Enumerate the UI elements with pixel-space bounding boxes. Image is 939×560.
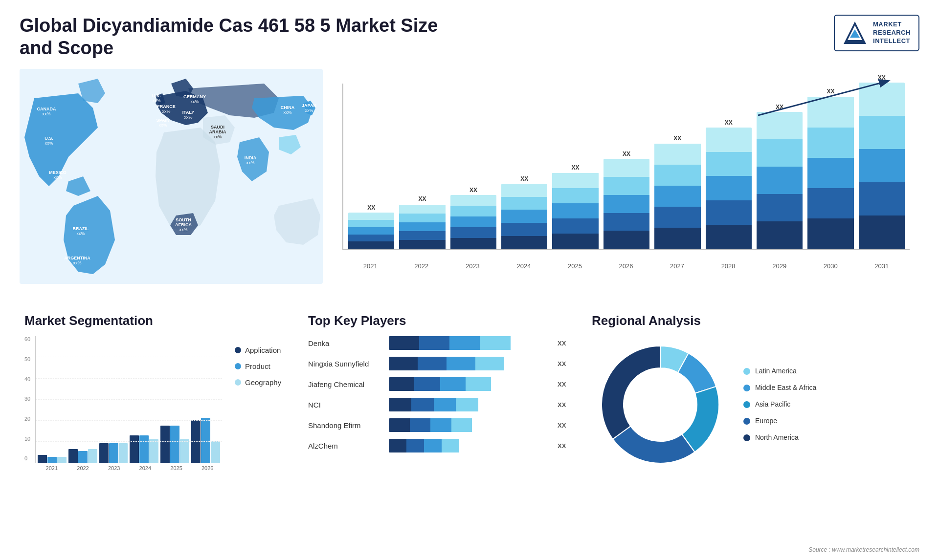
svg-text:xx%: xx% [190, 99, 199, 104]
seg-bar-product-2025 [170, 426, 179, 463]
svg-text:MEXICO: MEXICO [49, 170, 67, 175]
svg-text:CANADA: CANADA [37, 107, 56, 111]
seg-bar-application-2022 [68, 449, 78, 463]
svg-text:xx%: xx% [53, 175, 62, 180]
donut-wrap: Latin AmericaMiddle East & AfricaAsia Pa… [592, 336, 915, 475]
seg-bar-application-2021 [38, 455, 47, 463]
regional-legend-north-america: North America [743, 433, 816, 441]
seg-bar-geography-2021 [57, 457, 67, 463]
seg-bar-product-2021 [47, 457, 57, 463]
growth-x-labels: 2021202220232024202520262027202820292030… [342, 259, 910, 270]
page: Global Dicyandiamide Cas 461 58 5 Market… [0, 0, 939, 560]
seg-bar-product-2022 [78, 451, 88, 463]
svg-text:U.K.: U.K. [152, 93, 161, 98]
seg-bar-product-2023 [109, 443, 118, 463]
map-svg: CANADA xx% U.S. xx% MEXICO xx% BRAZIL xx… [20, 69, 323, 284]
seg-bars [35, 336, 222, 463]
svg-text:xx%: xx% [162, 109, 170, 114]
svg-text:xx%: xx% [45, 141, 53, 146]
seg-bar-application-2023 [99, 443, 109, 463]
segmentation-title: Market Segmentation [24, 313, 289, 328]
source-text: Source : www.marketresearchintellect.com [808, 546, 919, 553]
seg-bar-geography-2026 [211, 441, 220, 463]
player-row-2: Jiafeng ChemicalXX [308, 377, 572, 391]
seg-bar-geography-2022 [88, 449, 97, 463]
svg-text:xx%: xx% [179, 227, 187, 232]
svg-text:AFRICA: AFRICA [175, 222, 192, 227]
svg-text:xx%: xx% [73, 260, 81, 265]
svg-text:xx%: xx% [184, 115, 192, 120]
svg-text:xx%: xx% [283, 110, 291, 115]
world-map-section: CANADA xx% U.S. xx% MEXICO xx% BRAZIL xx… [20, 69, 323, 294]
player-row-5: AlzChemXX [308, 439, 572, 452]
growth-bar-2026: XX [604, 151, 649, 249]
player-row-1: Ningxia SunnyfieldXX [308, 357, 572, 370]
growth-bar-2021: XX [348, 204, 394, 249]
svg-text:xx%: xx% [76, 231, 85, 236]
seg-legend: ApplicationProductGeography [230, 346, 289, 390]
trend-arrow [758, 79, 895, 118]
svg-text:xx%: xx% [246, 160, 254, 165]
growth-bar-2027: XX [654, 135, 700, 249]
world-map: CANADA xx% U.S. xx% MEXICO xx% BRAZIL xx… [20, 69, 323, 294]
growth-bar-2029: XX [757, 104, 803, 249]
growth-bar-2024: XX [501, 175, 547, 249]
donut-seg-north-america [602, 346, 660, 439]
header: Global Dicyandiamide Cas 461 58 5 Market… [20, 15, 919, 59]
svg-text:SAUDI: SAUDI [211, 125, 224, 129]
growth-bar-2023: XX [450, 187, 496, 249]
seg-bar-application-2026 [191, 420, 201, 463]
logo-text: MARKET RESEARCH INTELLECT [873, 21, 911, 45]
players-section: Top Key Players DenkaXXNingxia Sunnyfiel… [303, 313, 577, 475]
regional-legend-europe: Europe [743, 417, 816, 425]
player-row-4: Shandong EfirmXX [308, 418, 572, 432]
page-title: Global Dicyandiamide Cas 461 58 5 Market… [20, 15, 460, 59]
svg-text:SPAIN: SPAIN [156, 118, 170, 123]
donut-chart [592, 336, 729, 475]
svg-text:U.S.: U.S. [45, 136, 53, 141]
segmentation-section: Market Segmentation 0 10 20 30 40 50 60 [20, 313, 293, 475]
seg-bar-geography-2025 [180, 439, 189, 463]
svg-text:BRAZIL: BRAZIL [73, 226, 89, 231]
growth-bar-2025: XX [552, 164, 598, 249]
seg-bar-application-2024 [130, 435, 139, 463]
svg-line-37 [758, 81, 888, 115]
seg-bar-product-2024 [139, 435, 149, 463]
seg-bar-geography-2024 [149, 439, 158, 463]
regional-legend-middle-east-&-africa: Middle East & Africa [743, 384, 816, 391]
seg-bar-product-2026 [201, 418, 210, 463]
svg-text:ARABIA: ARABIA [209, 129, 226, 134]
svg-text:ITALY: ITALY [182, 110, 195, 115]
seg-bar-geography-2023 [119, 443, 128, 463]
svg-text:JAPAN: JAPAN [302, 103, 316, 108]
regional-legend-asia-pacific: Asia Pacific [743, 400, 816, 408]
svg-text:xx%: xx% [42, 111, 50, 116]
player-row-0: DenkaXX [308, 336, 572, 350]
logo: MARKET RESEARCH INTELLECT [834, 15, 919, 51]
growth-chart-section: XXXXXXXXXXXXXXXXXXXXXX 20212022202320242… [333, 69, 919, 303]
players-title: Top Key Players [308, 313, 572, 328]
growth-bar-2022: XX [399, 195, 445, 249]
svg-text:FRANCE: FRANCE [157, 104, 176, 109]
players-list: DenkaXXNingxia SunnyfieldXXJiafeng Chemi… [308, 336, 572, 452]
logo-icon [843, 21, 867, 45]
svg-text:SOUTH: SOUTH [176, 217, 191, 222]
seg-legend-application: Application [235, 346, 289, 354]
seg-legend-geography: Geography [235, 378, 289, 387]
seg-legend-product: Product [235, 362, 289, 370]
svg-text:INDIA: INDIA [245, 155, 257, 160]
regional-legend-latin-america: Latin America [743, 367, 816, 375]
player-row-3: NCIXX [308, 398, 572, 411]
seg-bar-application-2025 [160, 426, 170, 463]
regional-title: Regional Analysis [592, 313, 915, 328]
svg-text:xx%: xx% [152, 98, 160, 103]
svg-text:GERMANY: GERMANY [183, 94, 206, 99]
regional-legend: Latin AmericaMiddle East & AfricaAsia Pa… [743, 367, 816, 444]
seg-x-labels: 202120222023202420252026 [24, 465, 222, 471]
svg-text:xx%: xx% [213, 134, 222, 139]
svg-text:xx%: xx% [158, 123, 167, 128]
growth-bar-2028: XX [706, 119, 752, 249]
donut-seg-europe [613, 426, 695, 463]
svg-text:ARGENTINA: ARGENTINA [64, 256, 90, 260]
regional-section: Regional Analysis Latin AmericaMiddle Ea… [587, 313, 919, 475]
